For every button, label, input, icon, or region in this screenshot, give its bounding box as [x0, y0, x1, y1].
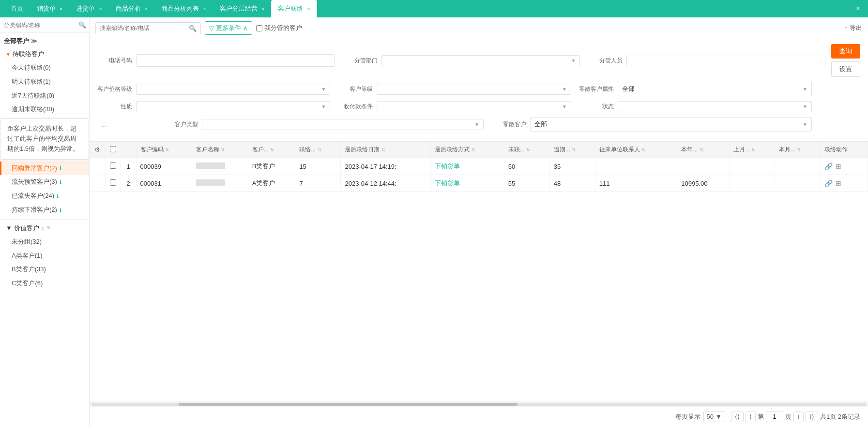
col-index	[121, 142, 136, 158]
nav-sales-order[interactable]: 销货单 ×	[30, 0, 69, 17]
row2-last-method-link[interactable]: 下销货单	[435, 179, 460, 187]
nav-product-analysis[interactable]: 商品分析 ×	[109, 0, 154, 17]
manager-dots-icon[interactable]: ...	[817, 58, 821, 63]
sidebar-item-b-class[interactable]: B类客户(33)	[0, 263, 89, 277]
nav-home[interactable]: 首页	[4, 0, 30, 17]
row2-checkbox[interactable]	[110, 179, 116, 186]
horizontal-scrollbar[interactable]	[90, 401, 868, 407]
page-size-select[interactable]: 50 ▼	[703, 411, 725, 422]
sidebar-item-overdue[interactable]: 逾期未联络(30)	[0, 103, 89, 117]
col-not-contact[interactable]: 未联... ⇅	[504, 142, 549, 158]
filter-field-price-level: 客户价格等级 ▼	[97, 84, 330, 95]
query-button[interactable]: 查询	[831, 44, 860, 59]
sidebar-item-tomorrow[interactable]: 明天待联络(1)	[0, 75, 89, 89]
last-page-button[interactable]: ⟩⟩	[806, 411, 818, 422]
sidebar-item-c-class[interactable]: C类客户(6)	[0, 277, 89, 291]
info-icon-churn: ℹ	[60, 179, 61, 185]
next-page-button[interactable]: ⟩	[793, 411, 804, 422]
filter-actions: 查询 设置	[831, 44, 860, 77]
col-type[interactable]: 客户... ⇅	[248, 142, 295, 158]
edit-value-group-icon[interactable]: ○	[41, 225, 45, 231]
first-page-button[interactable]: ⟨⟨	[731, 411, 744, 422]
close-product-analysis-icon[interactable]: ×	[145, 0, 148, 17]
table-settings-icon[interactable]: ⚙	[94, 146, 100, 153]
scatter-customer-select[interactable]: 全部 ▼	[530, 117, 812, 132]
filter-search-icon[interactable]: 🔍	[189, 25, 197, 32]
page-number-input[interactable]	[766, 411, 783, 422]
phone-input[interactable]	[136, 54, 335, 67]
nav-customer-contact[interactable]: 客户联络 ×	[271, 0, 317, 17]
filter-field-manager: 分管人员 ...	[588, 55, 825, 66]
sidebar-value-group[interactable]: ▼ 价值客户 ○ ✎	[0, 221, 89, 235]
scrollbar-thumb[interactable]	[179, 403, 518, 406]
page-size-wrap: 每页显示 50 ▼	[675, 411, 725, 422]
col-contact[interactable]: 联络... ⇅	[295, 142, 341, 158]
col-unit-contact[interactable]: 往来单位联系人 ⇅	[595, 142, 677, 158]
sidebar-search-input[interactable]	[4, 22, 76, 29]
scatter-attr-label: 零散客户属性	[579, 85, 618, 93]
select-all-checkbox[interactable]	[110, 146, 116, 152]
customer-type-select[interactable]: ▼	[202, 119, 484, 130]
row1-grid-icon[interactable]: ⊞	[836, 162, 841, 170]
sidebar-wait-contact-group[interactable]: ▼ 待联络客户	[0, 47, 89, 61]
info-icon-repurchase: ℹ	[60, 165, 61, 171]
row1-link-icon[interactable]: 🔗	[824, 162, 833, 170]
close-purchase-order-icon[interactable]: ×	[99, 0, 102, 17]
filter-search-input[interactable]	[100, 25, 187, 31]
scrollbar-track[interactable]	[91, 403, 866, 406]
col-name[interactable]: 客户名称 ⇅	[192, 142, 248, 158]
bottom-bar: 每页显示 50 ▼ ⟨⟨ ⟨ 第 页 ⟩ ⟩⟩ 共1页 2条记录	[90, 407, 868, 426]
my-customers-checkbox[interactable]	[256, 25, 262, 31]
col-this-month[interactable]: 本月... ⇅	[775, 142, 820, 158]
settings-value-group-icon[interactable]: ✎	[46, 225, 51, 231]
sidebar-item-churned[interactable]: 已流失客户(24) ℹ	[0, 189, 89, 203]
col-last-month[interactable]: 上月... ⇅	[729, 142, 775, 158]
sidebar-item-repurchase-abnormal[interactable]: 回购异常客户(2) ℹ	[0, 162, 89, 176]
close-all-tabs-button[interactable]: ×	[856, 4, 860, 13]
advanced-filter-panel: 电话号码 分管部门 ▼ 分管人员 ...	[90, 39, 868, 142]
sidebar-item-ungroup[interactable]: 未分组(32)	[0, 235, 89, 249]
dept-select[interactable]: ▼	[381, 55, 580, 66]
customer-level-select[interactable]: ▼	[377, 84, 571, 95]
col-this-year[interactable]: 本年... ⇅	[677, 142, 729, 158]
row2-grid-icon[interactable]: ⊞	[836, 179, 841, 187]
settings-button[interactable]: 设置	[831, 61, 860, 77]
more-dots-label[interactable]: ...	[101, 121, 107, 128]
row1-checkbox[interactable]	[110, 162, 116, 169]
payment-select[interactable]: ▼	[377, 101, 571, 112]
sidebar-item-today[interactable]: 今天待联络(0)	[0, 61, 89, 75]
export-button[interactable]: ↑ 导出	[845, 24, 863, 32]
price-level-select[interactable]: ▼	[136, 84, 330, 95]
nav-purchase-order[interactable]: 进货单 ×	[69, 0, 108, 17]
filter-field-phone: 电话号码	[97, 54, 335, 67]
triangle-value-icon: ▼	[6, 224, 12, 232]
my-customers-filter[interactable]: 我分管的客户	[256, 24, 302, 32]
sidebar-item-declining[interactable]: 持续下滑客户(2) ℹ	[0, 203, 89, 217]
sort-name-icon: ⇅	[221, 147, 225, 152]
col-last-method[interactable]: 最后联络方式 ⇅	[431, 142, 504, 158]
col-overdue[interactable]: 逾期... ⇅	[549, 142, 595, 158]
scatter-attr-select[interactable]: 全部 ▼	[618, 82, 812, 96]
filter-more-conditions-button[interactable]: ▽ 更多条件 ∧	[205, 21, 252, 35]
row1-last-method-link[interactable]: 下销货单	[435, 162, 460, 170]
close-customer-contact-icon[interactable]: ×	[307, 0, 310, 17]
nature-select[interactable]: ▼	[136, 101, 330, 112]
sidebar-item-a-class[interactable]: A类客户(1)	[0, 249, 89, 263]
nav-product-analysis-list[interactable]: 商品分析列表 ×	[154, 0, 213, 17]
close-product-list-icon[interactable]: ×	[203, 0, 206, 17]
close-customer-tier-icon[interactable]: ×	[261, 0, 264, 17]
nav-customer-tier[interactable]: 客户分层经营 ×	[213, 0, 271, 17]
col-last-date[interactable]: 最后联络日期 ⇅	[341, 142, 431, 158]
sidebar-item-7days[interactable]: 近7天待联络(0)	[0, 89, 89, 103]
sidebar-item-churn-warning[interactable]: 流失预警客户(3) ℹ	[0, 175, 89, 189]
manager-select[interactable]: ...	[626, 55, 825, 66]
col-code[interactable]: 客户编码 ⇅	[136, 142, 192, 158]
sidebar-collapse-icon[interactable]: ≫	[31, 38, 37, 44]
prev-page-button[interactable]: ⟨	[746, 411, 756, 422]
page-unit-label: 页	[785, 412, 792, 421]
sidebar-search-icon[interactable]: 🔍	[78, 21, 86, 29]
col-settings[interactable]: ⚙	[90, 142, 105, 158]
status-select[interactable]: ▼	[618, 101, 812, 112]
close-sales-order-icon[interactable]: ×	[60, 0, 62, 17]
row2-link-icon[interactable]: 🔗	[824, 179, 833, 187]
